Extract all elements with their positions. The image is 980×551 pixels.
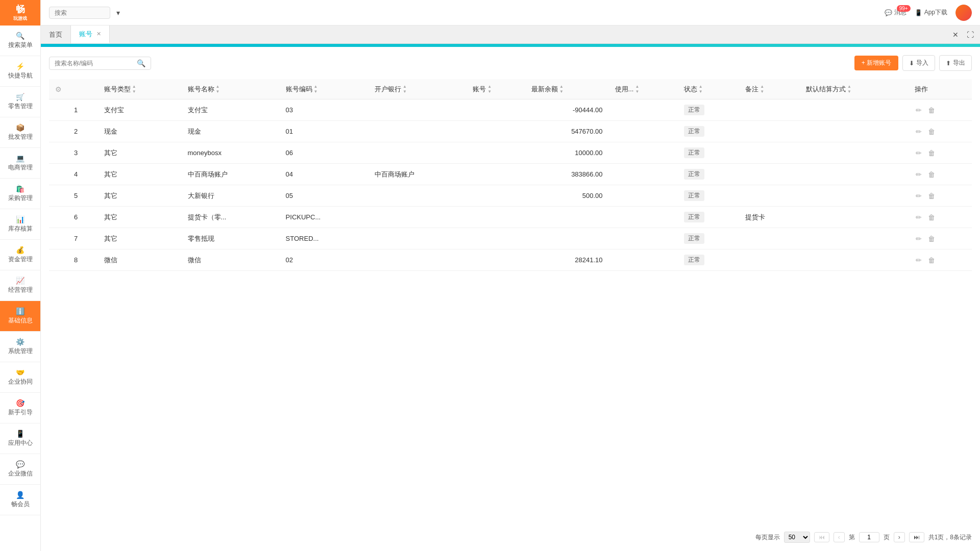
- delete-button[interactable]: 🗑: [927, 212, 936, 222]
- row-default-settlement: [800, 185, 909, 207]
- content-search-input[interactable]: [55, 60, 134, 67]
- row-balance: -90444.00: [525, 99, 609, 121]
- col-bank[interactable]: 开户银行▲▼: [369, 79, 467, 99]
- row-note: 提货卡: [739, 207, 800, 228]
- row-default-settlement: [800, 164, 909, 185]
- top-search-input[interactable]: [49, 7, 110, 19]
- app-center-icon: 📱: [2, 430, 38, 438]
- sidebar-item-quick-nav[interactable]: ⚡快捷导航: [0, 56, 40, 87]
- row-bank: [369, 228, 467, 249]
- row-bank: [369, 121, 467, 142]
- col-name[interactable]: 账号名称▲▼: [182, 79, 280, 99]
- sidebar-item-purchase-mgmt[interactable]: 🛍️采购管理: [0, 179, 40, 209]
- edit-button[interactable]: ✏: [915, 105, 923, 115]
- edit-button[interactable]: ✏: [915, 212, 923, 222]
- edit-button[interactable]: ✏: [915, 169, 923, 180]
- table-row: 3 其它 moneybosx 06 10000.00 正常 ✏ 🗑: [49, 142, 972, 164]
- row-settings: [49, 164, 68, 185]
- sidebar-item-app-center[interactable]: 📱应用中心: [0, 423, 40, 454]
- delete-button[interactable]: 🗑: [927, 127, 936, 137]
- col-note[interactable]: 备注▲▼: [739, 79, 800, 99]
- delete-button[interactable]: 🗑: [927, 234, 936, 244]
- sidebar-item-ecommerce-mgmt[interactable]: 💻电商管理: [0, 148, 40, 179]
- row-balance: 383866.00: [525, 164, 609, 185]
- sidebar-item-enterprise-collab[interactable]: 🤝企业协同: [0, 362, 40, 393]
- page-size-label: 每页显示: [755, 533, 780, 542]
- sidebar-item-finance-mgmt[interactable]: 💰资金管理: [0, 240, 40, 270]
- import-icon: ⬇: [909, 60, 914, 67]
- app-download-label: App下载: [924, 8, 947, 17]
- row-actions: ✏ 🗑: [909, 185, 972, 207]
- tab-close-account[interactable]: ✕: [96, 31, 101, 37]
- delete-button[interactable]: 🗑: [927, 105, 936, 115]
- tab-home[interactable]: 首页: [41, 26, 71, 43]
- notification-button[interactable]: 💬 消息 99+: [885, 8, 906, 17]
- col-usage[interactable]: 使用...▲▼: [609, 79, 678, 99]
- col-code[interactable]: 账号编码▲▼: [280, 79, 369, 99]
- sidebar-item-inventory-check[interactable]: 📊库存核算: [0, 209, 40, 240]
- delete-button[interactable]: 🗑: [927, 169, 936, 180]
- row-type: 其它: [98, 164, 182, 185]
- edit-button[interactable]: ✏: [915, 127, 923, 137]
- add-account-button[interactable]: + 新增账号: [854, 56, 898, 70]
- delete-button[interactable]: 🗑: [927, 191, 936, 201]
- sidebar: 畅 玩游戏 🔍搜索菜单⚡快捷导航🛒零售管理📦批发管理💻电商管理🛍️采购管理📊库存…: [0, 0, 41, 551]
- col-default-settlement[interactable]: 默认结算方式▲▼: [800, 79, 909, 99]
- edit-button[interactable]: ✏: [915, 234, 923, 244]
- edit-button[interactable]: ✏: [915, 255, 923, 265]
- page-size-select[interactable]: 102050100: [784, 532, 810, 543]
- next-page-button[interactable]: ›: [894, 532, 905, 542]
- col-account[interactable]: 账号▲▼: [467, 79, 525, 99]
- col-status[interactable]: 状态▲▼: [678, 79, 740, 99]
- row-bank: [369, 99, 467, 121]
- maximize-tab-button[interactable]: ⛶: [965, 29, 976, 41]
- sidebar-item-wholesale-mgmt[interactable]: 📦批发管理: [0, 117, 40, 148]
- col-type[interactable]: 账号类型▲▼: [98, 79, 182, 99]
- sidebar-item-retail-mgmt[interactable]: 🛒零售管理: [0, 87, 40, 117]
- content-area: 🔍 + 新增账号 ⬇ 导入 ⬆ 导出 ⚙: [41, 44, 980, 551]
- row-code: 06: [280, 142, 369, 164]
- delete-button[interactable]: 🗑: [927, 255, 936, 265]
- content-search-box[interactable]: 🔍: [49, 57, 151, 70]
- export-button[interactable]: ⬆ 导出: [939, 55, 972, 71]
- export-icon: ⬆: [946, 60, 951, 67]
- enterprise-wechat-icon: 💬: [2, 460, 38, 468]
- row-usage: [609, 164, 678, 185]
- row-settings: [49, 207, 68, 228]
- content-search-button[interactable]: 🔍: [137, 59, 145, 67]
- row-status: 正常: [678, 228, 740, 249]
- sidebar-item-basic-info[interactable]: ℹ️基础信息: [0, 301, 40, 332]
- import-button[interactable]: ⬇ 导入: [902, 55, 935, 71]
- sidebar-item-operation-mgmt[interactable]: 📈经营管理: [0, 270, 40, 301]
- user-avatar[interactable]: [955, 5, 972, 21]
- edit-button[interactable]: ✏: [915, 191, 923, 201]
- row-usage: [609, 121, 678, 142]
- row-note: [739, 121, 800, 142]
- sidebar-item-enterprise-wechat[interactable]: 💬企业微信: [0, 454, 40, 485]
- top-header: ▾ 💬 消息 99+ 📱 App下载: [41, 0, 980, 26]
- tab-account[interactable]: 账号✕: [71, 26, 110, 43]
- prev-page-button[interactable]: ‹: [834, 532, 845, 542]
- main-area: ▾ 💬 消息 99+ 📱 App下载 首页账号✕ ✕ ⛶: [41, 0, 980, 551]
- last-page-button[interactable]: ⏭: [909, 532, 924, 542]
- app-download-button[interactable]: 📱 App下载: [915, 8, 947, 17]
- row-balance: [525, 228, 609, 249]
- row-code: 05: [280, 185, 369, 207]
- settings-icon[interactable]: ⚙: [55, 85, 62, 93]
- row-settings: [49, 185, 68, 207]
- edit-button[interactable]: ✏: [915, 148, 923, 158]
- delete-button[interactable]: 🗑: [927, 148, 936, 158]
- sidebar-item-search-menu[interactable]: 🔍搜索菜单: [0, 26, 40, 56]
- row-actions: ✏ 🗑: [909, 142, 972, 164]
- dropdown-button[interactable]: ▾: [116, 9, 120, 17]
- export-label: 导出: [953, 59, 965, 67]
- sidebar-item-member[interactable]: 👤畅会员: [0, 485, 40, 515]
- sidebar-item-system-mgmt[interactable]: ⚙️系统管理: [0, 332, 40, 362]
- sidebar-item-new-guide[interactable]: 🎯新手引导: [0, 393, 40, 423]
- tab-label-account: 账号: [79, 30, 92, 39]
- page-input[interactable]: [859, 532, 879, 542]
- first-page-button[interactable]: ⏮: [814, 532, 829, 542]
- col-balance[interactable]: 最新余额▲▼: [525, 79, 609, 99]
- row-note: [739, 185, 800, 207]
- close-tab-button[interactable]: ✕: [950, 29, 961, 41]
